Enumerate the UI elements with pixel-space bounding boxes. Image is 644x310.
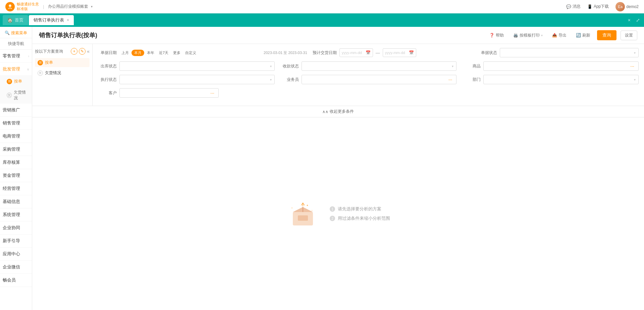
sub-item-debt-icon: 欠 [7,93,12,98]
app-download-button[interactable]: 📱 App下载 [587,4,609,9]
refresh-icon: 🔄 [576,33,581,38]
sidebar-item-purchase[interactable]: 采购管理 [0,143,32,156]
date-tab-this-year[interactable]: 本年 [145,50,156,56]
sidebar-item-app-center[interactable]: 应用中心 [0,248,32,261]
breadcrumb-dropdown-icon[interactable]: ▾ [91,5,93,8]
svg-text:✦: ✦ [306,204,309,207]
delivery-date-from[interactable]: yyyy-mm-dd 📅 [339,48,373,57]
scheme-actions: + ✎ « [71,48,90,55]
avatar: Ea [615,2,625,11]
collapse-more-button[interactable]: ∧∧ 收起更多条件 [32,106,644,117]
delivery-status-label: 出库状态 [98,63,117,69]
window-minimize-button[interactable]: × [627,16,632,24]
sidebar-item-marketing[interactable]: 营销推广 [0,104,32,117]
tab-home[interactable]: 🏠 首页 [3,15,28,25]
calendar-to-icon: 📅 [409,50,414,55]
customer-select[interactable]: ··· [119,88,219,98]
sidebar-item-onboarding[interactable]: 新手引导 [0,235,32,248]
print-icon: 🖨️ [513,33,518,38]
filter-row-1: 单据日期 上月 本月 本年 近7天 更多 自定义 2023-03-01 至 20… [98,48,639,57]
empty-state: ✦ ✦ ✦ 1 请先选择要分析的方案 2 用过滤条件来缩小分析范围 [32,117,644,310]
header-right: 💬 消息 📱 App下载 Ea demo2 [566,2,639,11]
date-tab-custom[interactable]: 自定义 [183,50,198,56]
empty-tip-2: 2 用过滤条件来缩小分析范围 [330,215,390,221]
delivery-date-to[interactable]: yyyy-mm-dd 📅 [383,48,416,57]
settings-button[interactable]: 设置 [621,31,637,40]
tip-number-1: 1 [330,206,335,212]
breadcrumb-text: 办公用品行业模拟账套 [48,4,88,9]
main-layout: 🔍 搜索菜单 快捷导航 零售管理 › 批发管理 ∨ 按 按单 欠 欠货情况 营 [0,27,644,310]
tab-close-icon[interactable]: × [67,18,69,22]
breadcrumb-separator: | [43,4,44,9]
content-area: 销售订单执行表(按单) ❓ 帮助 🖨️ 按模板打印 ▾ 📤 导出 🔄 刷新 [32,27,644,310]
sidebar: 🔍 搜索菜单 快捷导航 零售管理 › 批发管理 ∨ 按 按单 欠 欠货情况 营 [0,27,32,310]
exec-status-select[interactable]: ▾ [119,75,275,84]
payment-dropdown-icon: ▾ [452,64,453,68]
department-select[interactable]: ▾ [483,75,639,84]
filter-salesperson: 业务员 ··· [280,75,457,84]
date-tab-this-month[interactable]: 本月 [131,50,144,56]
sidebar-sub-item-debt[interactable]: 欠 欠货情况 [0,87,32,104]
chevron-down-icon: ∨ [27,67,29,71]
sidebar-item-sales-mgmt[interactable]: 销售管理 [0,117,32,130]
scheme-item-debt[interactable]: 欠 欠货情况 [35,68,90,78]
sidebar-search[interactable]: 🔍 搜索菜单 [0,27,32,38]
svg-point-0 [9,4,11,7]
filter-row-2: 出库状态 ▾ 收款状态 ▾ 商品 [98,61,639,71]
filter-expected-delivery: 预计交货日期 yyyy-mm-dd 📅 — yyyy-mm-dd 📅 [313,48,473,57]
customer-more-icon[interactable]: ··· [209,90,216,96]
department-dropdown-icon: ▾ [634,78,636,82]
goods-more-icon[interactable]: ··· [629,63,636,69]
empty-tips: 1 请先选择要分析的方案 2 用过滤条件来缩小分析范围 [330,206,390,221]
app-download-icon: 📱 [587,4,592,9]
sidebar-item-system[interactable]: 系统管理 [0,208,32,221]
sidebar-item-vip[interactable]: 畅会员 [0,274,32,287]
doc-status-dropdown-icon: ▾ [634,51,636,55]
delivery-status-select[interactable]: ▾ [119,61,275,71]
goods-select[interactable]: ··· [483,61,639,71]
filter-row-3: 执行状态 ▾ 业务员 ··· 部门 [98,75,639,84]
export-button[interactable]: 📤 导出 [549,31,569,40]
sidebar-sub-item-order[interactable]: 按 按单 [0,76,32,87]
sidebar-item-basic[interactable]: 基础信息 [0,195,32,208]
query-button[interactable]: 查询 [597,30,616,40]
delivery-dropdown-icon: ▾ [270,64,272,68]
message-icon: 💬 [566,4,571,9]
message-button[interactable]: 💬 消息 [566,4,581,9]
sidebar-item-finance[interactable]: 资金管理 [0,169,32,182]
edit-scheme-button[interactable]: ✎ [79,48,86,55]
tab-sales-order[interactable]: 销售订单执行表 × [29,15,74,25]
window-expand-button[interactable]: ⤢ [635,16,641,24]
filter-customer: 客户 ··· [98,88,219,98]
date-tab-more[interactable]: 更多 [171,50,182,56]
doc-status-label: 单据状态 [478,50,497,56]
svg-text:✦: ✦ [291,207,293,209]
refresh-button[interactable]: 🔄 刷新 [573,31,593,40]
filter-panel: 按以下方案查询 + ✎ « 按 按单 欠 欠货情况 [32,44,644,106]
salesperson-more-icon[interactable]: ··· [447,77,454,82]
salesperson-label: 业务员 [280,77,299,83]
sidebar-item-wholesale[interactable]: 批发管理 ∨ [0,63,32,76]
sidebar-item-ecommerce[interactable]: 电商管理 [0,130,32,143]
payment-status-select[interactable]: ▾ [302,61,457,71]
doc-status-select[interactable]: ▾ [500,48,639,57]
sidebar-item-operation[interactable]: 经营管理 [0,182,32,195]
date-tab-last-month[interactable]: 上月 [119,50,131,56]
help-button[interactable]: ❓ 帮助 [487,31,506,40]
date-tab-last-7days[interactable]: 近7天 [157,50,170,56]
collapse-scheme-button[interactable]: « [87,49,90,54]
sidebar-item-enterprise-wechat[interactable]: 企业微信 [0,261,32,274]
logo-area: 畅捷通好生意 标准版 [5,2,39,11]
template-print-button[interactable]: 🖨️ 按模板打印 ▾ [511,31,545,40]
salesperson-select[interactable]: ··· [302,75,457,84]
scheme-item-order[interactable]: 按 按单 [35,58,90,67]
sidebar-quick-nav[interactable]: 快捷导航 [0,38,32,50]
user-menu[interactable]: Ea demo2 [615,2,639,11]
sidebar-sub-wholesale: 按 按单 欠 欠货情况 [0,76,32,104]
sidebar-item-retail[interactable]: 零售管理 › [0,50,32,63]
sidebar-item-inventory[interactable]: 库存核算 [0,156,32,169]
sidebar-item-enterprise[interactable]: 企业协同 [0,221,32,235]
doc-date-label: 单据日期 [98,50,117,56]
collapse-icon: ∧∧ [322,109,328,114]
add-scheme-button[interactable]: + [71,48,77,55]
